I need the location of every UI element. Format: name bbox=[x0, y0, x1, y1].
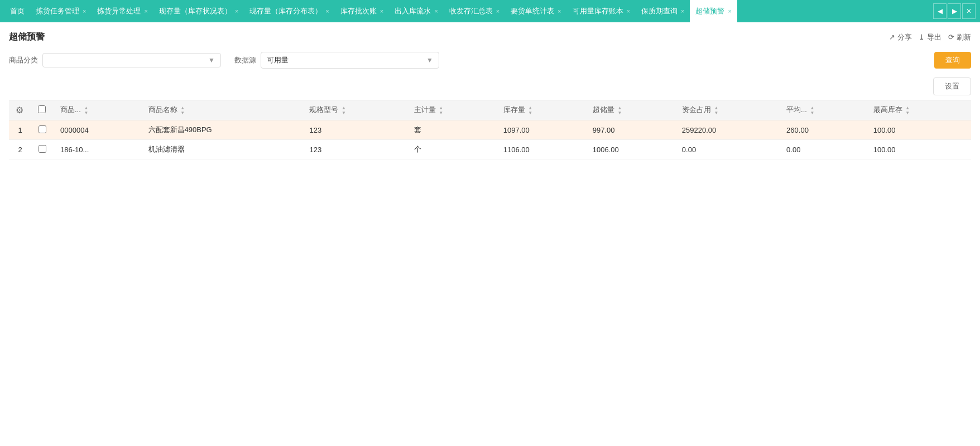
select-all-checkbox[interactable] bbox=[38, 105, 46, 113]
row-number: 2 bbox=[9, 140, 31, 159]
chevron-down-icon: ▼ bbox=[208, 56, 215, 64]
nav-overstock-warning[interactable]: 超储预警 × bbox=[690, 0, 737, 22]
datasource-filter: 数据源 可用量 ▼ bbox=[234, 52, 439, 69]
category-filter: 商品分类 ▼ bbox=[9, 53, 221, 67]
nav-batch[interactable]: 库存批次账 × bbox=[335, 0, 389, 22]
th-stock[interactable]: 库存量 ▲▼ bbox=[497, 100, 586, 120]
th-checkbox bbox=[31, 100, 54, 120]
th-product-name[interactable]: 商品名称 ▲▼ bbox=[142, 100, 303, 120]
nav-exception[interactable]: 拣货异常处理 × bbox=[92, 0, 153, 22]
overstock: 997.00 bbox=[586, 120, 675, 140]
refresh-icon: ⟳ bbox=[948, 33, 954, 41]
th-gear: ⚙ bbox=[9, 100, 31, 120]
nav-summary[interactable]: 收发存汇总表 × bbox=[444, 0, 505, 22]
spec: 123 bbox=[302, 120, 407, 140]
row-checkbox[interactable] bbox=[39, 145, 46, 153]
datasource-select[interactable]: 可用量 ▼ bbox=[261, 52, 439, 69]
close-icon[interactable]: × bbox=[728, 8, 731, 14]
unit: 个 bbox=[407, 140, 497, 159]
nav-demand-stats[interactable]: 要货单统计表 × bbox=[505, 0, 566, 22]
th-spec[interactable]: 规格型号 ▲▼ bbox=[302, 100, 407, 120]
header-actions: ↗ 分享 ⤓ 导出 ⟳ 刷新 bbox=[889, 32, 971, 42]
action-buttons: 查询 bbox=[934, 52, 971, 69]
th-overstock[interactable]: 超储量 ▲▼ bbox=[586, 100, 675, 120]
nav-next-arrow[interactable]: ▶ bbox=[948, 3, 961, 19]
nav-close-all[interactable]: ✕ bbox=[962, 3, 976, 19]
close-icon[interactable]: × bbox=[627, 8, 630, 14]
th-max-stock[interactable]: 最高库存 ▲▼ bbox=[867, 100, 971, 120]
sort-arrows-icon: ▲▼ bbox=[528, 106, 532, 115]
nav-task-manage[interactable]: 拣货任务管理 × bbox=[30, 0, 92, 22]
datasource-label: 数据源 bbox=[234, 55, 256, 65]
table-row: 1 0000004 六配套新昌490BPG 123 套 1097.00 997.… bbox=[9, 120, 971, 140]
export-button[interactable]: ⤓ 导出 bbox=[919, 32, 941, 42]
nav-stock-status[interactable]: 现存量（库存状况表） × bbox=[153, 0, 244, 22]
table-row: 2 186-10... 机油滤清器 123 个 1106.00 1006.00 … bbox=[9, 140, 971, 159]
sort-arrows-icon: ▲▼ bbox=[617, 106, 622, 115]
close-icon[interactable]: × bbox=[144, 8, 147, 14]
th-capital[interactable]: 资金占用 ▲▼ bbox=[675, 100, 780, 120]
sort-arrows-icon: ▲▼ bbox=[714, 106, 718, 115]
th-product-code[interactable]: 商品... ▲▼ bbox=[54, 100, 142, 120]
nav-inout-flow[interactable]: 出入库流水 × bbox=[389, 0, 443, 22]
th-unit[interactable]: 主计量 ▲▼ bbox=[407, 100, 497, 120]
sort-arrows-icon: ▲▼ bbox=[342, 106, 346, 115]
page-title: 超储预警 bbox=[9, 31, 45, 43]
table-header-row: ⚙ 商品... ▲▼ 商品名称 ▲▼ 规格型号 ▲▼ 主计 bbox=[9, 100, 971, 120]
nav-stock-dist[interactable]: 现存量（库存分布表） × bbox=[244, 0, 334, 22]
stock: 1097.00 bbox=[497, 120, 586, 140]
sort-arrows-icon: ▲▼ bbox=[439, 106, 443, 115]
query-button[interactable]: 查询 bbox=[934, 52, 971, 69]
close-icon[interactable]: × bbox=[83, 8, 86, 14]
sort-arrows-icon: ▲▼ bbox=[810, 106, 815, 115]
sort-arrows-icon: ▲▼ bbox=[84, 106, 88, 115]
avg: 260.00 bbox=[780, 120, 867, 140]
max-stock: 100.00 bbox=[867, 140, 971, 159]
chevron-down-icon: ▼ bbox=[426, 56, 433, 64]
product-name: 机油滤清器 bbox=[142, 140, 303, 159]
close-icon[interactable]: × bbox=[681, 8, 684, 14]
nav-home[interactable]: 首页 bbox=[4, 0, 30, 22]
nav-quality-check[interactable]: 保质期查询 × bbox=[636, 0, 690, 22]
close-icon[interactable]: × bbox=[380, 8, 383, 14]
sort-arrows-icon: ▲▼ bbox=[905, 106, 910, 115]
overstock: 1006.00 bbox=[586, 140, 675, 159]
filter-bar: 商品分类 ▼ 数据源 可用量 ▼ 查询 bbox=[9, 52, 971, 69]
data-table: ⚙ 商品... ▲▼ 商品名称 ▲▼ 规格型号 ▲▼ 主计 bbox=[9, 100, 971, 159]
close-icon[interactable]: × bbox=[496, 8, 499, 14]
row-checkbox-cell bbox=[31, 120, 54, 140]
sort-arrows-icon: ▲▼ bbox=[180, 106, 185, 115]
row-number: 1 bbox=[9, 120, 31, 140]
settings-button[interactable]: 设置 bbox=[933, 77, 971, 95]
close-icon[interactable]: × bbox=[434, 8, 438, 14]
refresh-button[interactable]: ⟳ 刷新 bbox=[948, 32, 971, 42]
nav-prev-arrow[interactable]: ◀ bbox=[933, 3, 947, 19]
close-icon[interactable]: × bbox=[558, 8, 561, 14]
datasource-select-value: 可用量 bbox=[267, 55, 289, 65]
th-avg[interactable]: 平均... ▲▼ bbox=[780, 100, 867, 120]
settings-row: 设置 bbox=[9, 77, 971, 95]
nav-available-stock[interactable]: 可用量库存账本 × bbox=[567, 0, 636, 22]
nav-arrows: ◀ ▶ ✕ bbox=[933, 3, 976, 19]
capital: 0.00 bbox=[675, 140, 780, 159]
gear-icon[interactable]: ⚙ bbox=[16, 105, 23, 115]
product-name: 六配套新昌490BPG bbox=[142, 120, 303, 140]
row-checkbox[interactable] bbox=[39, 125, 46, 133]
export-icon: ⤓ bbox=[919, 33, 925, 41]
unit: 套 bbox=[407, 120, 497, 140]
category-select[interactable]: ▼ bbox=[42, 53, 221, 67]
close-icon[interactable]: × bbox=[235, 8, 238, 14]
product-code: 186-10... bbox=[54, 140, 142, 159]
close-icon[interactable]: × bbox=[325, 8, 329, 14]
category-label: 商品分类 bbox=[9, 55, 38, 65]
avg: 0.00 bbox=[780, 140, 867, 159]
share-icon: ↗ bbox=[889, 33, 895, 41]
main-content: 超储预警 ↗ 分享 ⤓ 导出 ⟳ 刷新 商品分类 ▼ 数据源 bbox=[0, 22, 980, 446]
row-checkbox-cell bbox=[31, 140, 54, 159]
page-header: 超储预警 ↗ 分享 ⤓ 导出 ⟳ 刷新 bbox=[9, 31, 971, 43]
stock: 1106.00 bbox=[497, 140, 586, 159]
share-button[interactable]: ↗ 分享 bbox=[889, 32, 912, 42]
top-navigation: 首页 拣货任务管理 × 拣货异常处理 × 现存量（库存状况表） × 现存量（库存… bbox=[0, 0, 980, 22]
capital: 259220.00 bbox=[675, 120, 780, 140]
product-code: 0000004 bbox=[54, 120, 142, 140]
